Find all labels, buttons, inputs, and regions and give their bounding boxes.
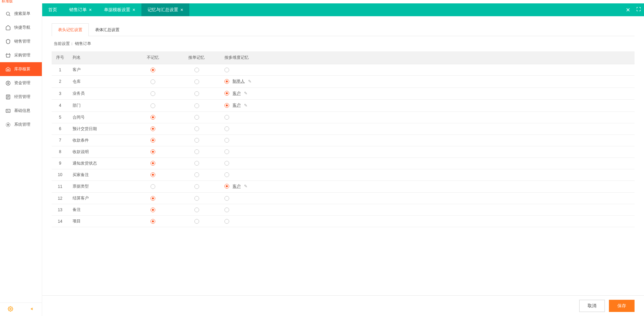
tab-close-icon[interactable]: ✕ bbox=[180, 8, 183, 12]
radio-doc[interactable] bbox=[194, 149, 199, 154]
radio-no[interactable] bbox=[151, 138, 155, 143]
tab-1[interactable]: 销售订单✕ bbox=[63, 3, 98, 16]
cell-seq: 13 bbox=[52, 204, 69, 216]
radio-no[interactable] bbox=[151, 126, 155, 131]
dimension-link[interactable]: 客户 bbox=[233, 184, 241, 189]
sidebar-item-purchase-mgmt[interactable]: 采购管理 bbox=[0, 48, 42, 62]
fullscreen-button[interactable] bbox=[633, 6, 644, 13]
inventory-costing-icon bbox=[5, 67, 11, 72]
cell-by-doc bbox=[173, 180, 220, 193]
radio-doc[interactable] bbox=[194, 115, 199, 120]
cell-seq: 5 bbox=[52, 112, 69, 123]
sidebar-item-basic-info[interactable]: 基础信息 bbox=[0, 104, 42, 118]
footer-bar: 取消 保存 bbox=[42, 295, 644, 316]
sidebar-item-sales-mgmt[interactable]: 销售管理 bbox=[0, 34, 42, 48]
close-icon: ✕ bbox=[626, 7, 630, 13]
radio-doc[interactable] bbox=[194, 161, 199, 166]
radio-no[interactable] bbox=[151, 208, 155, 212]
save-button[interactable]: 保存 bbox=[609, 300, 635, 312]
radio-dim[interactable] bbox=[224, 196, 229, 201]
radio-doc[interactable] bbox=[194, 196, 199, 201]
radio-no[interactable] bbox=[151, 68, 155, 72]
inner-tab-1[interactable]: 表体汇总设置 bbox=[89, 23, 126, 36]
radio-no[interactable] bbox=[151, 161, 155, 166]
tab-2[interactable]: 单据模板设置✕ bbox=[98, 3, 141, 16]
table-row: 2仓库制单人✎ bbox=[52, 76, 635, 88]
cell-by-doc bbox=[173, 64, 220, 76]
fullscreen-icon bbox=[636, 6, 641, 13]
memory-settings-table: 序号 列名 不记忆 按单记忆 按多维度记忆 1客户2仓库制单人✎3业务员客户✎4… bbox=[52, 51, 635, 227]
tab-close-icon[interactable]: ✕ bbox=[132, 8, 135, 12]
edit-icon[interactable]: ✎ bbox=[244, 91, 247, 96]
cell-by-doc bbox=[173, 146, 220, 157]
radio-no[interactable] bbox=[151, 219, 155, 224]
collapse-sidebar-button[interactable] bbox=[21, 303, 42, 316]
radio-doc[interactable] bbox=[194, 79, 199, 84]
dimension-link[interactable]: 客户 bbox=[233, 102, 241, 108]
sidebar-item-fund-mgmt[interactable]: 资金管理 bbox=[0, 76, 42, 90]
radio-doc[interactable] bbox=[194, 208, 199, 212]
tab-3[interactable]: 记忆与汇总设置✕ bbox=[141, 3, 189, 16]
sidebar-item-inventory-costing[interactable]: 库存核算 bbox=[0, 62, 42, 76]
radio-dim[interactable] bbox=[224, 126, 229, 131]
cell-no-memory bbox=[133, 88, 173, 100]
dimension-link[interactable]: 客户 bbox=[233, 91, 241, 96]
radio-no[interactable] bbox=[151, 115, 155, 120]
cell-name: 通知发货状态 bbox=[69, 157, 133, 169]
tab-0[interactable]: 首页 bbox=[42, 3, 63, 16]
radio-no[interactable] bbox=[151, 103, 155, 108]
cell-by-dim bbox=[220, 64, 635, 76]
sidebar-item-label: 资金管理 bbox=[14, 80, 30, 86]
sidebar: 搜索菜单快捷导航销售管理采购管理库存核算资金管理经营管理基础信息系统管理 bbox=[0, 3, 42, 316]
radio-dim[interactable] bbox=[224, 208, 229, 212]
cell-by-dim bbox=[220, 216, 635, 227]
sidebar-item-quick-nav[interactable]: 快捷导航 bbox=[0, 21, 42, 34]
radio-no[interactable] bbox=[151, 172, 155, 177]
cell-seq: 14 bbox=[52, 216, 69, 227]
sidebar-item-search-menu[interactable]: 搜索菜单 bbox=[0, 7, 42, 21]
radio-no[interactable] bbox=[151, 184, 155, 189]
tabs-bar: 首页销售订单✕单据模板设置✕记忆与汇总设置✕ ✕ bbox=[42, 3, 644, 16]
cell-by-doc bbox=[173, 88, 220, 100]
radio-doc[interactable] bbox=[194, 138, 199, 143]
sidebar-item-system-mgmt[interactable]: 系统管理 bbox=[0, 118, 42, 131]
radio-dim[interactable] bbox=[224, 79, 229, 84]
radio-doc[interactable] bbox=[194, 68, 199, 72]
edit-icon[interactable]: ✎ bbox=[244, 103, 247, 108]
radio-doc[interactable] bbox=[194, 126, 199, 131]
radio-no[interactable] bbox=[151, 149, 155, 154]
cell-name: 收款条件 bbox=[69, 135, 133, 146]
radio-dim[interactable] bbox=[224, 161, 229, 166]
radio-dim[interactable] bbox=[224, 219, 229, 224]
radio-doc[interactable] bbox=[194, 91, 199, 96]
cell-no-memory bbox=[133, 123, 173, 135]
radio-no[interactable] bbox=[151, 79, 155, 84]
sidebar-item-operation-mgmt[interactable]: 经营管理 bbox=[0, 90, 42, 104]
radio-no[interactable] bbox=[151, 196, 155, 201]
settings-gear-button[interactable] bbox=[0, 303, 21, 316]
edit-icon[interactable]: ✎ bbox=[248, 79, 251, 84]
edit-icon[interactable]: ✎ bbox=[244, 184, 247, 189]
radio-doc[interactable] bbox=[194, 219, 199, 224]
radio-dim[interactable] bbox=[224, 91, 229, 96]
svg-line-1 bbox=[9, 15, 10, 16]
table-row: 7收款条件 bbox=[52, 135, 635, 146]
radio-dim[interactable] bbox=[224, 138, 229, 143]
radio-doc[interactable] bbox=[194, 172, 199, 177]
cancel-button[interactable]: 取消 bbox=[579, 300, 605, 312]
radio-dim[interactable] bbox=[224, 115, 229, 120]
radio-dim[interactable] bbox=[224, 68, 229, 72]
purchase-mgmt-icon bbox=[5, 53, 11, 58]
radio-dim[interactable] bbox=[224, 149, 229, 154]
radio-dim[interactable] bbox=[224, 172, 229, 177]
radio-doc[interactable] bbox=[194, 103, 199, 108]
dimension-link[interactable]: 制单人 bbox=[233, 78, 245, 84]
radio-dim[interactable] bbox=[224, 103, 229, 108]
cell-name: 业务员 bbox=[69, 88, 133, 100]
inner-tab-0[interactable]: 表头记忆设置 bbox=[52, 23, 89, 36]
radio-no[interactable] bbox=[151, 91, 155, 96]
close-all-tabs-button[interactable]: ✕ bbox=[622, 7, 633, 13]
radio-dim[interactable] bbox=[224, 184, 229, 189]
tab-close-icon[interactable]: ✕ bbox=[89, 8, 92, 12]
radio-doc[interactable] bbox=[194, 184, 199, 189]
